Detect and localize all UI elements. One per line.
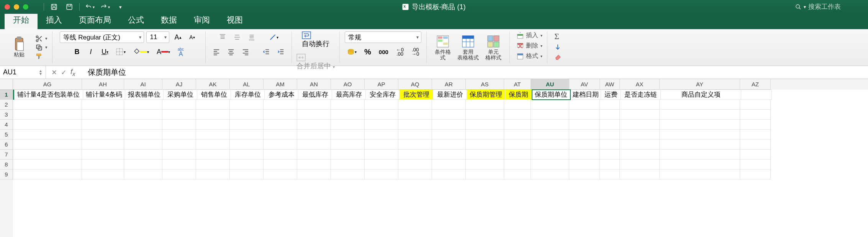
close-window-button[interactable]: [5, 4, 10, 10]
cell-AU3[interactable]: [531, 110, 569, 120]
cell-AH1[interactable]: 辅计量4条码: [83, 90, 125, 100]
cell-AZ1[interactable]: [741, 90, 772, 100]
cell-AJ7[interactable]: [162, 150, 196, 160]
cell-AO6[interactable]: [331, 140, 365, 150]
cell-AH2[interactable]: [82, 100, 124, 110]
cell-AY9[interactable]: [660, 170, 740, 179]
cell-AS1[interactable]: 保质期管理: [467, 90, 505, 100]
cell-AG7[interactable]: [13, 150, 82, 160]
cell-AP6[interactable]: [365, 140, 398, 150]
font-name-select[interactable]: 等线 Regular (正文): [60, 31, 144, 43]
cell-AQ3[interactable]: [398, 110, 432, 120]
align-top-button[interactable]: [216, 31, 229, 43]
column-header-AQ[interactable]: AQ: [398, 79, 432, 90]
cell-AT7[interactable]: [504, 150, 531, 160]
cell-AW9[interactable]: [600, 170, 620, 179]
increase-decimal-button[interactable]: ←0.00: [393, 46, 406, 58]
cell-AH4[interactable]: [82, 120, 124, 130]
cell-AI1[interactable]: 报表辅单位: [125, 90, 164, 100]
tab-formulas[interactable]: 公式: [120, 12, 152, 29]
cell-AR8[interactable]: [432, 160, 466, 170]
cell-AT2[interactable]: [504, 100, 531, 110]
cell-AL9[interactable]: [230, 170, 264, 179]
column-header-AT[interactable]: AT: [504, 79, 531, 90]
cell-AP1[interactable]: 安全库存: [366, 90, 400, 100]
qat-customize-icon[interactable]: ▾: [115, 3, 126, 11]
cell-AO9[interactable]: [331, 170, 365, 179]
tab-view[interactable]: 视图: [218, 12, 251, 29]
cell-AJ5[interactable]: [162, 130, 196, 140]
cell-AV3[interactable]: [569, 110, 600, 120]
tab-home[interactable]: 开始: [5, 12, 38, 29]
cell-AW4[interactable]: [600, 120, 620, 130]
cell-AY6[interactable]: [660, 140, 740, 150]
select-all-corner[interactable]: [0, 79, 13, 90]
column-header-AM[interactable]: AM: [264, 79, 297, 90]
cell-AM2[interactable]: [264, 100, 297, 110]
cell-AS8[interactable]: [466, 160, 504, 170]
tab-review[interactable]: 审阅: [185, 12, 218, 29]
cell-AV8[interactable]: [569, 160, 600, 170]
cell-AG2[interactable]: [13, 100, 82, 110]
row-header-7[interactable]: 7: [0, 150, 13, 160]
cell-AO8[interactable]: [331, 160, 365, 170]
cell-AI7[interactable]: [124, 150, 162, 160]
tab-insert[interactable]: 插入: [38, 12, 70, 29]
merge-center-button[interactable]: 合并后居中 ▾: [296, 54, 335, 71]
cell-AY3[interactable]: [660, 110, 740, 120]
align-bottom-button[interactable]: [246, 31, 258, 43]
cell-AO4[interactable]: [331, 120, 365, 130]
cell-AJ2[interactable]: [162, 100, 196, 110]
format-cells-button[interactable]: 格式▾: [517, 52, 542, 60]
cell-AU7[interactable]: [531, 150, 569, 160]
cell-AQ8[interactable]: [398, 160, 432, 170]
cell-AT8[interactable]: [504, 160, 531, 170]
enter-formula-button[interactable]: ✓: [61, 68, 67, 77]
cell-AN8[interactable]: [297, 160, 331, 170]
cell-AO3[interactable]: [331, 110, 365, 120]
cell-grid[interactable]: 辅计量4是否包装单位辅计量4条码报表辅单位采购单位销售单位库存单位参考成本最低库…: [13, 90, 868, 237]
cell-AL6[interactable]: [230, 140, 264, 150]
cell-AZ6[interactable]: [740, 140, 771, 150]
cell-AQ6[interactable]: [398, 140, 432, 150]
cell-AN1[interactable]: 最低库存: [298, 90, 332, 100]
cell-AT4[interactable]: [504, 120, 531, 130]
underline-button[interactable]: U ▾: [99, 46, 111, 58]
cell-AX8[interactable]: [620, 160, 660, 170]
cell-AV4[interactable]: [569, 120, 600, 130]
save-as-icon[interactable]: [64, 3, 75, 11]
cell-AK9[interactable]: [196, 170, 230, 179]
cell-AO1[interactable]: 最高库存: [332, 90, 366, 100]
row-header-2[interactable]: 2: [0, 100, 13, 110]
cell-AI8[interactable]: [124, 160, 162, 170]
column-header-AZ[interactable]: AZ: [740, 79, 771, 90]
column-header-AG[interactable]: AG: [13, 79, 82, 90]
cell-AP5[interactable]: [365, 130, 398, 140]
cell-AX9[interactable]: [620, 170, 660, 179]
cell-AK2[interactable]: [196, 100, 230, 110]
cell-AY1[interactable]: 商品自定义项: [661, 90, 741, 100]
cell-AT9[interactable]: [504, 170, 531, 179]
conditional-formatting-button[interactable]: 条件格式: [431, 34, 454, 61]
cell-AP3[interactable]: [365, 110, 398, 120]
cell-AQ4[interactable]: [398, 120, 432, 130]
bold-button[interactable]: B: [71, 46, 83, 58]
row-header-6[interactable]: 6: [0, 140, 13, 150]
cell-AH6[interactable]: [82, 140, 124, 150]
insert-cells-button[interactable]: 插入▾: [517, 31, 542, 40]
cell-AM8[interactable]: [264, 160, 297, 170]
decrease-indent-button[interactable]: [260, 46, 272, 58]
row-header-4[interactable]: 4: [0, 120, 13, 130]
cell-AI9[interactable]: [124, 170, 162, 179]
cell-AT6[interactable]: [504, 140, 531, 150]
cell-AU5[interactable]: [531, 130, 569, 140]
cell-AZ5[interactable]: [740, 130, 771, 140]
cell-AJ3[interactable]: [162, 110, 196, 120]
cell-AM9[interactable]: [264, 170, 297, 179]
cell-AU6[interactable]: [531, 140, 569, 150]
increase-indent-button[interactable]: [275, 46, 287, 58]
cell-AR1[interactable]: 最新进价: [433, 90, 467, 100]
cell-AQ5[interactable]: [398, 130, 432, 140]
decrease-font-button[interactable]: A▾: [187, 31, 198, 43]
cell-AV5[interactable]: [569, 130, 600, 140]
